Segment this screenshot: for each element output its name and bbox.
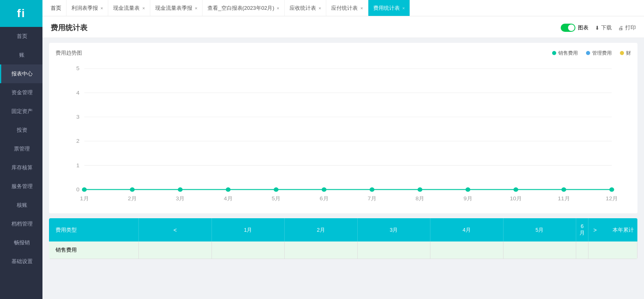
- chart-toggle[interactable]: [561, 24, 575, 32]
- svg-point-17: [322, 187, 327, 192]
- page-header: 费用统计表 图表 ⬇ 下载 🖨 打印: [42, 16, 644, 38]
- th-cost-type: 费用类型: [49, 218, 139, 241]
- svg-text:2: 2: [76, 138, 80, 144]
- tab-cash-flow[interactable]: 现金流量表 ×: [108, 0, 150, 16]
- svg-point-22: [562, 187, 566, 192]
- tab-profit-quarter[interactable]: 利润表季报 ×: [67, 0, 108, 16]
- svg-text:9月: 9月: [464, 196, 472, 202]
- svg-point-21: [513, 187, 518, 192]
- svg-text:3: 3: [76, 114, 80, 120]
- svg-text:2月: 2月: [128, 196, 136, 202]
- th-month-3: 3月: [358, 218, 431, 241]
- th-month-5: 5月: [504, 218, 577, 241]
- td-val-3: [285, 241, 358, 259]
- chart-area: 5 4 3 2 1 0: [56, 60, 631, 207]
- svg-text:12月: 12月: [606, 196, 617, 202]
- sidebar: fi 首页 账 报表中心 资金管理 固定资产 投资 票管理 库存核算 服务管理 …: [0, 0, 42, 299]
- svg-point-18: [370, 187, 374, 192]
- chart-title: 费用趋势图: [56, 49, 82, 57]
- sidebar-item-fund-management[interactable]: 资金管理: [0, 83, 42, 102]
- svg-point-23: [609, 187, 614, 192]
- logo: fi: [0, 0, 42, 27]
- sidebar-item-archive[interactable]: 档档管理: [0, 215, 42, 233]
- next-month-button[interactable]: >: [592, 227, 598, 233]
- chart-header: 费用趋势图 销售费用 管理费用 财: [56, 49, 631, 57]
- th-month-2: 2月: [285, 218, 358, 241]
- td-cost-type: 销售费用: [49, 241, 139, 259]
- sidebar-item-ticket[interactable]: 票管理: [0, 140, 42, 158]
- close-icon[interactable]: ×: [277, 6, 279, 11]
- svg-point-12: [82, 187, 87, 192]
- sidebar-item-base-settings[interactable]: 基础设置: [0, 252, 42, 271]
- tab-payable[interactable]: 应付统计表 ×: [326, 0, 368, 16]
- svg-point-16: [274, 187, 279, 192]
- page-title: 费用统计表: [51, 23, 87, 33]
- tab-bar: 首页 利润表季报 × 现金流量表 × 现金流量表季报 × 查看_空白报表(202…: [42, 0, 644, 16]
- tab-expense[interactable]: 费用统计表 ×: [368, 0, 410, 16]
- chart-legend: 销售费用 管理费用 财: [552, 50, 631, 57]
- table-row: 销售费用: [49, 241, 637, 259]
- svg-text:0: 0: [76, 187, 80, 193]
- td-val-7: [576, 241, 588, 259]
- legend-label-finance: 财: [626, 50, 631, 57]
- svg-text:4月: 4月: [224, 196, 232, 202]
- chart-toggle-label: 图表: [578, 24, 588, 31]
- svg-text:7月: 7月: [368, 196, 376, 202]
- th-prev-btn[interactable]: <: [139, 218, 212, 241]
- svg-point-14: [178, 187, 183, 192]
- sidebar-item-account[interactable]: 账: [0, 46, 42, 64]
- tab-home[interactable]: 首页: [46, 0, 67, 16]
- close-icon[interactable]: ×: [142, 6, 145, 11]
- close-icon[interactable]: ×: [100, 6, 103, 11]
- chart-toggle-wrap[interactable]: 图表: [561, 24, 588, 32]
- legend-item-sales: 销售费用: [552, 50, 578, 57]
- table-header: 费用类型 < 1月 2月 3月 4月 5月 6月 > 本年累计: [49, 218, 637, 241]
- close-icon[interactable]: ×: [402, 6, 405, 11]
- chart-section: 费用趋势图 销售费用 管理费用 财: [49, 43, 637, 213]
- main-content: 首页 利润表季报 × 现金流量表 × 现金流量表季报 × 查看_空白报表(202…: [42, 0, 644, 299]
- svg-text:5月: 5月: [272, 196, 280, 202]
- sidebar-item-fixed-assets[interactable]: 固定资产: [0, 102, 42, 121]
- td-val-1: [139, 241, 212, 259]
- prev-month-button[interactable]: <: [172, 227, 178, 233]
- download-icon: ⬇: [595, 25, 599, 31]
- sidebar-item-service[interactable]: 服务管理: [0, 177, 42, 196]
- legend-dot-finance: [620, 51, 624, 55]
- svg-point-15: [226, 187, 231, 192]
- svg-text:11月: 11月: [558, 196, 570, 202]
- sidebar-item-accounting[interactable]: 核账: [0, 196, 42, 215]
- print-button[interactable]: 🖨 打印: [618, 24, 636, 31]
- td-val-4: [358, 241, 431, 259]
- svg-text:3月: 3月: [176, 196, 185, 202]
- sidebar-item-home[interactable]: 首页: [0, 27, 42, 46]
- svg-text:4: 4: [76, 90, 80, 95]
- tab-cash-flow-quarter[interactable]: 现金流量表季报 ×: [150, 0, 203, 16]
- svg-text:10月: 10月: [510, 196, 522, 202]
- td-val-5: [430, 241, 504, 259]
- legend-label-admin: 管理费用: [592, 50, 612, 57]
- sidebar-item-sales[interactable]: 畅报销: [0, 233, 42, 252]
- sidebar-item-investment[interactable]: 投资: [0, 121, 42, 140]
- th-month-1: 1月: [212, 218, 285, 241]
- th-month-4: 4月: [430, 218, 504, 241]
- chart-svg: 5 4 3 2 1 0: [56, 60, 631, 207]
- close-icon[interactable]: ×: [195, 6, 197, 11]
- th-ytd-label: 本年累计: [613, 226, 634, 234]
- legend-dot-admin: [586, 51, 590, 55]
- sidebar-item-report-center[interactable]: 报表中心: [0, 64, 42, 83]
- page-actions: 图表 ⬇ 下载 🖨 打印: [561, 24, 636, 32]
- close-icon[interactable]: ×: [319, 6, 321, 11]
- td-val-6: [504, 241, 577, 259]
- svg-text:8月: 8月: [416, 196, 424, 202]
- legend-item-admin: 管理费用: [586, 50, 612, 57]
- svg-text:1月: 1月: [80, 196, 89, 202]
- th-month-6: 6月: [576, 218, 588, 241]
- download-button[interactable]: ⬇ 下载: [595, 24, 612, 31]
- tab-blank-report[interactable]: 查看_空白报表(2023年02月) ×: [203, 0, 285, 16]
- tab-receivable[interactable]: 应收统计表 ×: [285, 0, 326, 16]
- table-section: 费用类型 < 1月 2月 3月 4月 5月 6月 > 本年累计 销售费用: [49, 218, 637, 259]
- svg-text:5: 5: [76, 66, 80, 71]
- close-icon[interactable]: ×: [360, 6, 363, 11]
- sidebar-item-inventory[interactable]: 库存核算: [0, 158, 42, 177]
- svg-point-19: [417, 187, 422, 192]
